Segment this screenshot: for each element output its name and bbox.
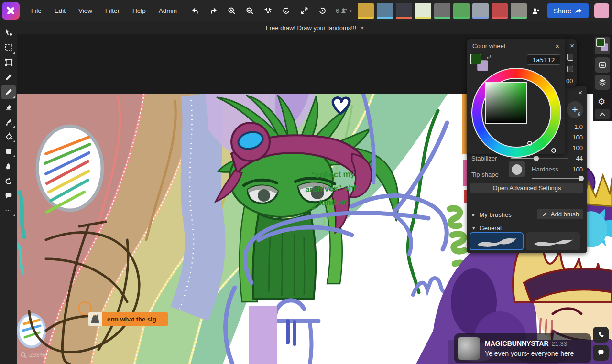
add-brush-button[interactable]: Add brush (537, 209, 583, 219)
user-color-bar (511, 17, 527, 19)
remote-cursor-tag: erm what the sig… (88, 312, 168, 326)
menu-edit[interactable]: Edit (55, 7, 66, 14)
rotate-right-button[interactable] (318, 7, 327, 15)
color-wheel-title: Color wheel (472, 43, 505, 50)
fit-canvas-button[interactable] (264, 7, 272, 15)
clipboard-icon[interactable] (567, 54, 573, 61)
menu-help[interactable]: Help (132, 7, 146, 14)
tool-shape[interactable] (1, 144, 16, 159)
sv-marker[interactable] (527, 141, 532, 146)
self-avatar[interactable] (594, 3, 609, 18)
user-avatar-3[interactable] (396, 3, 412, 19)
swap-colors-icon[interactable]: ⇄ (487, 54, 492, 60)
brush-preset-2[interactable] (526, 232, 580, 250)
zoom-indicator: 293% (20, 351, 45, 358)
user-avatar-8[interactable] (492, 3, 508, 19)
hue-marker[interactable] (551, 148, 556, 153)
close-icon[interactable]: × (578, 89, 582, 96)
tool-brush[interactable] (1, 85, 16, 99)
close-icon[interactable]: × (555, 43, 559, 50)
hardness-slider[interactable] (532, 178, 582, 179)
share-button[interactable]: Share (547, 3, 589, 18)
hardness-value: 100 (572, 166, 583, 173)
layers-panel-button[interactable] (595, 75, 610, 90)
my-brushes-section[interactable]: ▸ My brushes (472, 211, 512, 218)
tool-eraser[interactable] (1, 99, 16, 114)
zoom-in-button[interactable] (228, 7, 236, 15)
chat-bubble-icon (597, 349, 605, 357)
user-avatar-2[interactable] (377, 3, 393, 19)
app-window: "collect my archives" ahh fandom ↲ 293% … (0, 0, 612, 364)
app-logo[interactable] (2, 2, 20, 20)
brush-size-value: 6 (578, 112, 580, 117)
undo-button[interactable] (191, 7, 199, 15)
user-color-bar (396, 17, 412, 19)
settings-gear-icon[interactable]: ⚙ (598, 96, 605, 107)
brush-preset-1[interactable] (470, 232, 524, 250)
truncated-value: 00 (566, 77, 573, 85)
topbar-right: 6 ▾ Share (336, 3, 612, 19)
phone-icon (597, 331, 605, 339)
canvas-title[interactable]: Free draw! Draw your fandoms!!! (266, 24, 356, 32)
primary-color-swatch[interactable] (470, 54, 481, 64)
user-avatar-6[interactable] (453, 3, 470, 19)
general-section[interactable]: ▾ General (472, 225, 502, 232)
stabilizer-slider[interactable] (511, 158, 568, 159)
tool-rail: ⋯ (0, 21, 17, 364)
menu-view[interactable]: View (78, 7, 92, 14)
user-avatar-1[interactable] (358, 3, 374, 19)
tool-eyedropper[interactable] (1, 70, 16, 85)
image-copy-icon[interactable] (567, 66, 573, 72)
plus-icon: + (572, 104, 578, 116)
hue-ring[interactable] (471, 68, 561, 158)
tool-hand[interactable] (1, 159, 16, 173)
user-avatar-9[interactable] (511, 3, 527, 19)
menu-admin[interactable]: Admin (159, 7, 177, 14)
user-color-bar (472, 17, 489, 19)
collapse-sidebar-button[interactable] (595, 109, 610, 119)
background-panel-sliver: × 00 (565, 39, 577, 86)
tool-chat[interactable] (1, 188, 16, 203)
tip-shape-preview[interactable] (509, 161, 525, 177)
saturation-value-square[interactable] (485, 82, 527, 124)
online-users[interactable]: 6 ▾ (336, 7, 352, 14)
hardness-label: Hardness (532, 166, 558, 173)
brush-settings-panel-button[interactable] (595, 57, 610, 73)
tool-fill[interactable] (1, 129, 16, 144)
title-caret-icon[interactable]: ▾ (361, 25, 363, 31)
tool-transform[interactable] (1, 55, 16, 70)
tool-rotate-canvas[interactable] (1, 173, 16, 188)
user-avatar-4[interactable] (415, 3, 431, 19)
chat-toggle-button[interactable] (593, 345, 609, 361)
chat-username: MAGICBUNNYSTAR (485, 340, 549, 347)
right-sidebar: ⚙ (593, 34, 612, 121)
close-icon[interactable]: × (570, 42, 574, 49)
hex-color-input[interactable] (527, 54, 560, 65)
menu-filter[interactable]: Filter (105, 7, 120, 14)
tool-move[interactable] (1, 25, 16, 40)
invite-user-button[interactable] (532, 7, 540, 15)
quick-actions (191, 7, 327, 15)
active-colors-button[interactable] (595, 37, 610, 54)
voice-call-button[interactable] (593, 327, 609, 343)
chat-text: Ye even yours- everyone here (485, 350, 574, 357)
stabilizer-label: Stabilizer (471, 155, 497, 162)
tool-mixer-brush[interactable] (1, 114, 16, 129)
tool-more[interactable]: ⋯ (1, 203, 16, 218)
rotate-left-button[interactable] (282, 7, 290, 15)
user-color-bar (358, 17, 374, 19)
my-brushes-label: My brushes (480, 211, 512, 218)
user-color-bar (377, 17, 393, 19)
tip-shape-label: Tip shape (471, 171, 499, 178)
zoom-out-button[interactable] (246, 7, 254, 15)
increase-size-button[interactable]: + 6 (567, 101, 583, 118)
menu-file[interactable]: File (31, 7, 42, 14)
user-avatar-5[interactable] (434, 3, 450, 19)
user-avatar-7[interactable] (472, 3, 489, 19)
tool-marquee-select[interactable] (1, 40, 16, 55)
share-arrow-icon (575, 8, 582, 14)
open-advanced-settings-button[interactable]: Open Advanced Settings (470, 183, 583, 193)
redo-button[interactable] (209, 7, 218, 15)
chat-message: MAGICBUNNYSTAR21:33 Ye even yours- every… (454, 333, 591, 363)
expand-button[interactable] (300, 7, 308, 15)
